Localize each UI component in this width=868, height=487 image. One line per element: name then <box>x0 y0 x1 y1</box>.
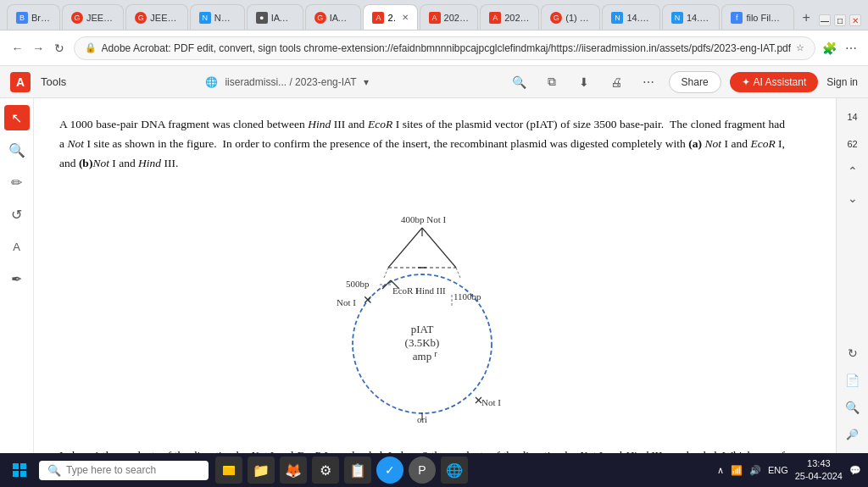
taskbar-firefox-icon[interactable]: 🦊 <box>280 457 307 484</box>
annotate-tool-button[interactable]: ✏ <box>4 169 30 195</box>
tab-favicon-iat1: ● <box>256 12 268 24</box>
svg-rect-16 <box>20 463 26 469</box>
dropdown-icon[interactable]: ▾ <box>364 76 369 88</box>
back-button[interactable]: ← <box>10 37 25 59</box>
tab-label-2021: 2021 E <box>504 13 530 23</box>
tab-jee1[interactable]: G JEE Ma <box>62 4 124 30</box>
svg-rect-15 <box>13 463 19 469</box>
taskbar-app5-icon[interactable]: 📋 <box>344 457 371 484</box>
pdf-content: A 1000 base-pair DNA fragment was cloned… <box>34 98 836 453</box>
tab-20[interactable]: A 20 ✕ <box>363 4 417 30</box>
scroll-down-button[interactable]: ⌄ <box>841 186 865 210</box>
more-toolbar-button[interactable]: ⋯ <box>637 70 660 94</box>
signature-tool-button[interactable]: ✒ <box>4 266 30 291</box>
page-14-button[interactable]: 14 <box>841 105 865 129</box>
tab-favicon-google: G <box>550 12 562 24</box>
signin-button[interactable]: Sign in <box>826 76 858 88</box>
refresh-right-button[interactable]: ↻ <box>841 341 865 365</box>
page-number-14: 14 <box>847 112 857 122</box>
speaker-icon[interactable]: 🔊 <box>749 465 761 476</box>
tab-label-neet: Neet | <box>214 13 236 23</box>
page-62-button[interactable]: 62 <box>841 132 865 156</box>
print-toolbar-button[interactable]: 🖨 <box>604 70 628 94</box>
ai-assistant-button[interactable]: ✦ AI Assistant <box>730 72 819 92</box>
zoom-out-right-button[interactable]: 🔎 <box>841 423 865 446</box>
forward-button[interactable]: → <box>31 37 46 59</box>
tab-2021[interactable]: A 2021 E <box>480 4 539 30</box>
plasmid-diagram: 400bp Not I 500bp Eco <box>282 187 562 433</box>
up-arrow-icon[interactable]: ∧ <box>717 465 724 476</box>
tab-jee2[interactable]: G JEE Ma <box>125 4 187 30</box>
bookmark-icon[interactable]: ☆ <box>796 42 804 53</box>
tab-label-14-1: 14. Qu <box>626 13 650 23</box>
taskbar-pinned-icons: 📁 🦊 ⚙ 📋 ✓ P 🌐 <box>215 457 468 484</box>
tab-label-brillia: Brillia <box>31 13 51 23</box>
center-text1: pIAT <box>411 323 434 335</box>
copy-toolbar-button[interactable]: ⧉ <box>540 70 564 94</box>
notification-icon[interactable]: 💬 <box>849 465 861 476</box>
minimize-button[interactable]: — <box>819 14 831 26</box>
clock-time: 13:43 <box>795 457 843 470</box>
taskbar-settings-icon[interactable]: ⚙ <box>312 457 339 484</box>
search-toolbar-button[interactable]: 🔍 <box>508 70 531 94</box>
svg-rect-18 <box>20 471 26 477</box>
url-bar[interactable]: 🔒 Adobe Acrobat: PDF edit, convert, sign… <box>74 36 816 60</box>
tab-favicon-2022: A <box>429 12 441 24</box>
document-right-button[interactable]: 📄 <box>841 368 865 392</box>
scroll-up-button[interactable]: ⌃ <box>841 159 865 183</box>
taskbar-explorer-icon[interactable] <box>215 457 242 484</box>
noti-left-marker: ✕ <box>363 294 373 307</box>
close-button[interactable]: ✕ <box>849 14 861 26</box>
tab-favicon-brillia: B <box>16 12 28 24</box>
tab-google[interactable]: G (1) In a <box>541 4 600 30</box>
tab-14-1[interactable]: N 14. Qu <box>602 4 659 30</box>
acrobat-logo: A <box>10 72 31 92</box>
taskbar-files-icon[interactable]: 📁 <box>248 457 275 484</box>
zoom-tool-button[interactable]: 🔍 <box>4 137 30 163</box>
zoom-in-right-button[interactable]: 🔍 <box>841 396 865 419</box>
page-number-62: 62 <box>847 139 857 149</box>
tab-2022[interactable]: A 2022-e <box>420 4 479 30</box>
taskbar-check-icon[interactable]: ✓ <box>376 457 403 484</box>
svg-line-14 <box>456 268 460 278</box>
tab-filo[interactable]: f filo Filo St. <box>721 4 793 30</box>
taskbar-app7-icon[interactable]: P <box>409 457 436 484</box>
taskbar-search-input[interactable] <box>66 464 193 476</box>
tools-button[interactable]: Tools <box>41 75 66 88</box>
tab-brillia[interactable]: B Brillia <box>7 4 60 30</box>
label-hindiii: Hind III <box>415 285 446 296</box>
taskbar-clock[interactable]: 13:43 25-04-2024 <box>795 457 843 484</box>
network-icon[interactable]: 📶 <box>731 465 743 476</box>
download-toolbar-button[interactable]: ⬇ <box>572 70 596 94</box>
start-button[interactable] <box>7 458 32 482</box>
diagram-container: 400bp Not I 500bp Eco <box>59 187 785 433</box>
checkmark-icon: ✓ <box>385 463 395 477</box>
firefox-icon: 🦊 <box>285 462 302 479</box>
maximize-button[interactable]: □ <box>834 14 846 26</box>
file-explorer-icon <box>221 462 236 478</box>
taskbar-search-box[interactable]: 🔍 <box>39 461 209 480</box>
more-button[interactable]: ⋯ <box>843 37 858 59</box>
share-button[interactable]: Share <box>669 71 721 93</box>
svg-line-0 <box>388 228 422 268</box>
tab-close-20[interactable]: ✕ <box>402 13 409 22</box>
tab-label-iat2: IAT | I/ <box>330 13 353 23</box>
tab-neet[interactable]: N Neet | <box>190 4 245 30</box>
reload-button[interactable]: ↻ <box>53 37 67 59</box>
tab-14-2[interactable]: N 14. Qu <box>662 4 720 30</box>
ai-icon: ✦ <box>742 76 750 88</box>
extensions-button[interactable]: 🧩 <box>822 37 837 59</box>
label-500bp: 500bp <box>346 279 370 289</box>
toolbar-right: 🔍 ⧉ ⬇ 🖨 ⋯ Share ✦ AI Assistant Sign in <box>508 70 858 94</box>
taskbar-chrome-icon[interactable]: 🌐 <box>441 457 468 484</box>
text-tool-button[interactable]: A <box>4 234 30 259</box>
breadcrumb: iiseradmissi... / 2023-eng-IAT <box>225 76 356 88</box>
undo-tool-button[interactable]: ↺ <box>4 202 30 227</box>
svg-rect-17 <box>13 471 19 477</box>
new-tab-button[interactable]: + <box>796 6 818 30</box>
windows-logo-icon <box>12 462 27 478</box>
tab-iat2[interactable]: G IAT | I/ <box>305 4 362 30</box>
cursor-tool-button[interactable]: ↖ <box>4 105 30 130</box>
tab-favicon-jee1: G <box>71 12 83 24</box>
tab-iat1[interactable]: ● IAT 20 <box>247 4 303 30</box>
